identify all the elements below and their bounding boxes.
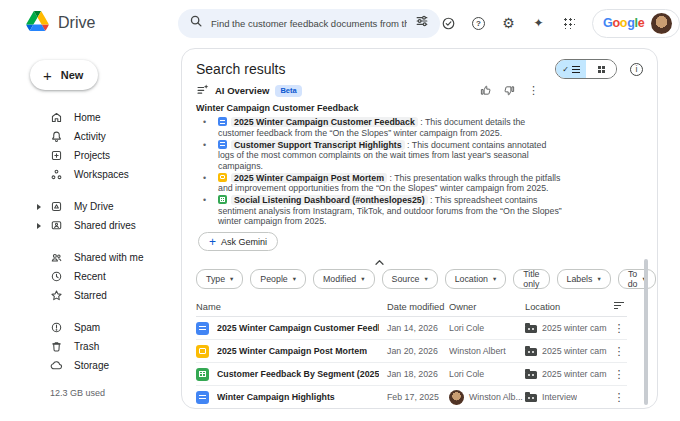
sidebar-item[interactable]: Workspaces	[26, 165, 173, 184]
sidebar-item-icon	[50, 200, 63, 213]
ask-gemini-button[interactable]: + Ask Gemini	[198, 232, 278, 251]
thumbs-down-icon[interactable]	[504, 85, 515, 96]
header-actions: Google	[440, 9, 680, 38]
search-results-panel: Search results ✓	[181, 48, 658, 409]
filter-chip-label: Modified	[323, 274, 356, 284]
ai-overview-section: AI Overview Beta ⋮ Winter Campaign Custo…	[196, 83, 643, 263]
sidebar-item[interactable]: Home	[26, 108, 173, 127]
referenced-file-link[interactable]: Social Listening Dashboard (#ontheslopes…	[231, 195, 428, 205]
file-type-icon	[196, 345, 209, 358]
sidebar-item[interactable]: Projects	[26, 146, 173, 165]
expand-caret-icon[interactable]	[37, 204, 41, 210]
column-header-location[interactable]: Location	[525, 302, 611, 312]
file-row[interactable]: Customer Feedback By Segment (2025) Jan …	[196, 363, 627, 386]
sidebar-item-icon	[50, 321, 63, 334]
sort-icon[interactable]	[614, 302, 624, 310]
grid-view-button[interactable]	[586, 60, 616, 78]
check-icon: ✓	[562, 65, 569, 74]
sidebar-item[interactable]: Activity	[26, 127, 173, 146]
filter-chip[interactable]: To do ▾	[618, 269, 656, 289]
sidebar-item-label: Shared with me	[74, 252, 143, 263]
filter-chip-label: Labels	[567, 274, 593, 284]
scrollbar[interactable]	[644, 259, 648, 405]
app-title: Drive	[58, 14, 95, 32]
row-more-options-icon[interactable]: ⋮	[614, 345, 625, 357]
avatar[interactable]	[651, 13, 672, 34]
dropdown-caret-icon: ▾	[424, 275, 427, 283]
filter-chip[interactable]: People ▾	[250, 269, 306, 289]
sidebar-item[interactable]: Recent	[26, 267, 173, 286]
settings-icon[interactable]	[500, 15, 517, 32]
apps-grid-icon[interactable]	[560, 15, 577, 32]
sidebar-item-label: Projects	[74, 150, 110, 161]
filter-chip[interactable]: Source ▾	[382, 269, 438, 289]
filter-chip[interactable]: Labels ▾	[557, 269, 611, 289]
sidebar-item-icon	[50, 340, 63, 353]
sidebar-item[interactable]: Shared with me	[26, 248, 173, 267]
filter-chip-label: To do	[628, 269, 638, 289]
tune-icon[interactable]	[415, 14, 429, 32]
storage-used: 12.3 GB used	[26, 388, 173, 398]
page-title: Search results	[196, 61, 285, 77]
sidebar-item-label: Activity	[74, 131, 106, 142]
filter-chip-label: Location	[455, 274, 488, 284]
files-table: Name Date modified Owner Location 2025 W…	[196, 298, 643, 409]
sidebar-item-icon	[50, 111, 63, 124]
referenced-file-link[interactable]: Customer Support Transcript Highlights	[231, 140, 405, 150]
filter-chip[interactable]: Modified ▾	[313, 269, 375, 289]
expand-caret-icon[interactable]	[37, 223, 41, 229]
top-bar: Drive Find the customer feedback documen…	[0, 0, 680, 46]
sidebar: + New Home Activity	[26, 48, 173, 398]
ai-more-options-icon[interactable]: ⋮	[528, 85, 539, 96]
sidebar-item[interactable]: Storage	[26, 356, 173, 375]
file-name: 2025 Winter Campaign Post Mortem	[217, 346, 367, 356]
sidebar-item[interactable]: My Drive	[26, 197, 173, 216]
search-bar[interactable]: Find the customer feedback documents fro…	[178, 9, 440, 38]
file-owner: Winston Albert	[449, 346, 506, 356]
sidebar-group: Shared with me Recent Starred	[26, 248, 173, 305]
sidebar-group: My Drive Shared drives	[26, 197, 173, 235]
column-header-name[interactable]: Name	[196, 302, 387, 312]
file-type-icon	[196, 391, 209, 404]
google-drive-app: Drive Find the customer feedback documen…	[0, 0, 680, 409]
sidebar-item-icon	[50, 359, 63, 372]
sidebar-item[interactable]: Shared drives	[26, 216, 173, 235]
filter-chip[interactable]: Location ▾	[445, 269, 507, 289]
filter-chip[interactable]: Type ▾	[196, 269, 243, 289]
collapse-chevron-icon[interactable]	[374, 259, 385, 266]
list-view-button[interactable]: ✓	[556, 60, 586, 78]
referenced-file-link[interactable]: 2025 Winter Campaign Post Mortem	[231, 173, 387, 183]
gemini-icon[interactable]	[530, 15, 547, 32]
sidebar-item[interactable]: Trash	[26, 337, 173, 356]
sidebar-item[interactable]: Starred	[26, 286, 173, 305]
filter-chips: Type ▾ People ▾ Modified ▾ Source ▾ Loca…	[196, 269, 643, 289]
row-more-options-icon[interactable]: ⋮	[614, 368, 625, 380]
dropdown-caret-icon: ▾	[493, 275, 496, 283]
row-more-options-icon[interactable]: ⋮	[614, 391, 625, 403]
file-date-modified: Jan 18, 2026	[387, 369, 449, 379]
sidebar-item-label: Home	[74, 112, 101, 123]
new-button-label: New	[61, 69, 84, 81]
file-location: Interview	[542, 392, 577, 402]
column-header-owner[interactable]: Owner	[449, 302, 525, 312]
search-input[interactable]: Find the customer feedback documents fro…	[211, 18, 407, 29]
file-row[interactable]: 2025 Winter Campaign Post Mortem Jan 20,…	[196, 340, 627, 363]
details-info-icon[interactable]	[630, 63, 643, 76]
google-logo: Google	[603, 16, 644, 30]
sidebar-item-label: Spam	[74, 322, 100, 333]
location-icon	[525, 348, 537, 356]
file-row[interactable]: Winter Campaign Highlights Feb 17, 2025 …	[196, 386, 627, 409]
offline-status-icon[interactable]	[440, 15, 457, 32]
filter-chip[interactable]: Title only ▾	[513, 269, 549, 289]
dropdown-caret-icon: ▾	[361, 275, 364, 283]
help-icon[interactable]	[470, 15, 487, 32]
new-button[interactable]: + New	[30, 60, 98, 90]
sidebar-item-icon	[50, 219, 63, 232]
thumbs-up-icon[interactable]	[480, 85, 491, 96]
referenced-file-link[interactable]: 2025 Winter Campaign Customer Feedback	[231, 117, 418, 127]
column-header-date-modified[interactable]: Date modified	[387, 302, 449, 312]
row-more-options-icon[interactable]: ⋮	[614, 322, 625, 334]
sidebar-item[interactable]: Spam	[26, 318, 173, 337]
sidebar-group: Spam Trash Storage	[26, 318, 173, 375]
file-row[interactable]: 2025 Winter Campaign Customer Feedback J…	[196, 317, 627, 340]
